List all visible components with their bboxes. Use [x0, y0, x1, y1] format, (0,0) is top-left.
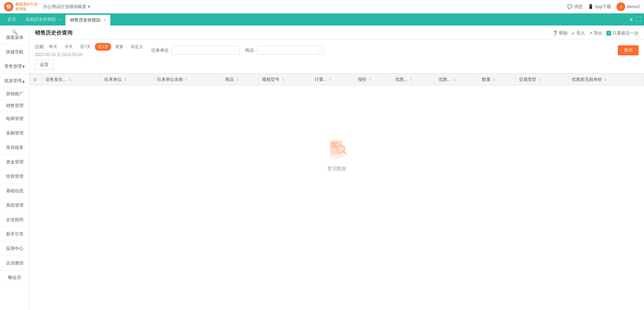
sort-icon: ⇅: [185, 78, 188, 82]
tab-sales-history[interactable]: 销售历史价跟踪 ×: [65, 15, 110, 25]
chevron-up-icon: ▴: [22, 79, 25, 84]
table-col-discount1[interactable]: 优惠... ⇅: [391, 74, 435, 86]
tab-purchase-close-icon[interactable]: ×: [59, 17, 61, 21]
sort-icon: ⇅: [410, 78, 412, 82]
tab-bar-right: ✕ ⛶: [629, 16, 641, 23]
top-bar-left: 畅 畅捷通好生意 标准版 办公用品行业模拟账套 ▾: [4, 2, 93, 11]
date-btn-more[interactable]: 更多: [112, 43, 126, 51]
sidebar-item-app-center[interactable]: 应用中心: [0, 242, 29, 256]
sidebar-item-operations[interactable]: 经营管理: [0, 169, 29, 184]
table-col-partner-name[interactable]: 往来单位名称 ⇅: [153, 74, 221, 86]
table-container: ⚙ 业务发生... ⇅ 往来单位 ⇅ 往来单位名称: [30, 73, 644, 310]
page-title: 销售历史价查询: [35, 30, 72, 37]
svg-line-6: [343, 152, 346, 154]
avatar: d: [616, 2, 625, 11]
table-col-date[interactable]: 业务发生... ⇅: [42, 74, 101, 86]
goods-label: 商品: [245, 47, 254, 53]
partner-select-icon[interactable]: ···: [232, 47, 236, 53]
table-col-settings: ⚙: [30, 74, 42, 86]
table-col-goods[interactable]: 商品 ⇅: [221, 74, 258, 86]
table-col-spec[interactable]: 规格型号 ⇅: [259, 74, 311, 86]
date-btn-yesterday[interactable]: 昨天: [46, 43, 60, 51]
search-button[interactable]: 查询: [618, 45, 639, 55]
svg-rect-3: [331, 145, 337, 146]
workspace-selector[interactable]: 办公用品行业模拟账套 ▾: [40, 2, 93, 11]
help-icon: ❓: [552, 31, 558, 36]
filter-bar: 日期 昨天 今天 近7天 近1月 更多 自定义 2023-02-18 至 202…: [30, 40, 644, 73]
sort-icon: ⇅: [453, 78, 456, 82]
sidebar-item-finance[interactable]: 资金管理: [0, 155, 29, 169]
sort-icon: ⇅: [493, 78, 495, 82]
chevron-down-icon: ▾: [88, 4, 90, 9]
date-shortcuts: 昨天 今天 近7天 近1月 更多 自定义: [46, 43, 146, 51]
empty-text: 暂无数据: [327, 166, 346, 172]
tab-purchase-history[interactable]: 采购历史价跟踪 ×: [21, 15, 65, 24]
only-last-checkbox[interactable]: ✓ 只看最后一次: [606, 30, 639, 36]
app-download-button[interactable]: 📱 App下载: [588, 4, 611, 10]
svg-rect-4: [331, 147, 337, 148]
table-col-discount2[interactable]: 优惠... ⇅: [435, 74, 479, 86]
sort-icon: ⇅: [538, 78, 541, 82]
user-menu[interactable]: d demo2: [616, 2, 640, 11]
date-filter-group: 日期 昨天 今天 近7天 近1月 更多 自定义 2023-02-18 至 202…: [35, 43, 146, 58]
sidebar-item-purchase[interactable]: 采购管理: [0, 126, 29, 141]
sidebar-item-enterprise-collab[interactable]: 企业协同: [0, 213, 29, 227]
filter-row: 日期 昨天 今天 近7天 近1月 更多 自定义 2023-02-18 至 202…: [35, 43, 639, 58]
page-header-actions: ❓ 帮助 ↙ 导入 ↗ 导出 ✓ 只看最后一次: [552, 30, 639, 36]
sidebar-item-retail[interactable]: 零售管理 ▾: [0, 59, 29, 74]
table-col-pretax-price[interactable]: 优惠前无税单价 ⇅: [568, 74, 644, 86]
sidebar-item-base-info[interactable]: 基础信息: [0, 184, 29, 198]
tab-home[interactable]: 首页: [3, 15, 21, 24]
sidebar-item-quick-nav[interactable]: 快捷导航: [0, 45, 29, 59]
date-btn-1month[interactable]: 近1月: [95, 43, 111, 51]
export-button[interactable]: ↗ 导出: [589, 30, 602, 36]
date-btn-7days[interactable]: 近7天: [77, 43, 94, 51]
goods-select-icon[interactable]: ···: [317, 47, 322, 53]
partner-input[interactable]: ···: [171, 46, 239, 55]
sidebar-item-inventory[interactable]: 库存核算: [0, 141, 29, 155]
sidebar-item-sales-management[interactable]: 销售管理: [0, 100, 29, 112]
sidebar-item-enterprise-wechat[interactable]: 企业微信: [0, 256, 29, 270]
logo-text: 畅捷通好生意 标准版: [15, 2, 38, 11]
sidebar-item-ecommerce[interactable]: 电商管理: [0, 112, 29, 126]
logo-area: 畅 畅捷通好生意 标准版: [4, 2, 38, 11]
empty-illustration: [323, 134, 350, 162]
date-filter: 日期 昨天 今天 近7天 近1月 更多 自定义: [35, 43, 146, 51]
tab-maximize-button[interactable]: ⛶: [636, 16, 641, 22]
goods-input-field[interactable]: [260, 48, 316, 53]
data-table: ⚙ 业务发生... ⇅ 往来单位 ⇅ 往来单位名称: [30, 73, 644, 86]
top-bar-right: 💬 消息 📱 App下载 d demo2: [567, 2, 640, 11]
help-button[interactable]: ❓ 帮助: [552, 30, 568, 36]
partner-filter: 往来单位 ···: [151, 46, 239, 55]
chevron-down-icon: ▾: [22, 64, 25, 69]
partner-input-field[interactable]: [174, 48, 231, 53]
table-col-partner[interactable]: 往来单位 ⇅: [101, 74, 154, 86]
export-icon: ↗: [589, 31, 593, 36]
sidebar-item-member[interactable]: 畅会员: [0, 270, 29, 285]
goods-input[interactable]: ···: [257, 46, 325, 55]
table-col-quantity[interactable]: 数量 ⇅: [478, 74, 515, 86]
svg-rect-2: [331, 143, 338, 144]
table-col-unit[interactable]: 计量... ⇅: [311, 74, 355, 86]
checkbox-checked-icon: ✓: [606, 31, 611, 36]
app-icon: 📱: [588, 4, 593, 9]
sidebar-item-beginner[interactable]: 新手引导: [0, 227, 29, 242]
sidebar-item-system[interactable]: 系统管理: [0, 198, 29, 213]
sort-icon: ⇅: [68, 78, 71, 82]
settings-button[interactable]: 设置: [35, 60, 54, 70]
sidebar-item-search[interactable]: 🔍 搜索菜单: [0, 25, 29, 45]
import-button[interactable]: ↙ 导入: [572, 30, 585, 36]
sort-icon: ⇅: [236, 78, 239, 82]
settings-icon[interactable]: ⚙: [33, 77, 37, 82]
date-btn-custom[interactable]: 自定义: [128, 43, 146, 51]
tab-close-all-button[interactable]: ✕: [629, 16, 633, 23]
tab-sales-close-icon[interactable]: ×: [103, 18, 105, 22]
sidebar-item-marketing[interactable]: 营销推广: [0, 88, 29, 100]
date-label: 日期: [35, 44, 44, 50]
message-button[interactable]: 💬 消息: [567, 4, 583, 10]
table-scroll[interactable]: ⚙ 业务发生... ⇅ 往来单位 ⇅ 往来单位名称: [30, 73, 644, 310]
date-btn-today[interactable]: 今天: [62, 43, 76, 51]
table-col-trade-type[interactable]: 交易类型 ⇅: [515, 74, 568, 86]
sidebar-item-wholesale[interactable]: 批发管理 ▴: [0, 74, 29, 88]
table-col-price[interactable]: 报价 ⇅: [355, 74, 391, 86]
